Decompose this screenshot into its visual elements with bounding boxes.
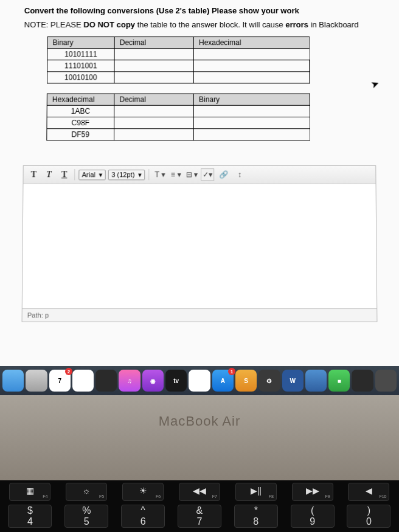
table-row: DF59 [47,129,310,140]
table-hex: Hexadecimal Decimal Binary 1ABC C98F DF5… [46,94,310,141]
table-row: 1ABC [47,105,310,117]
key-6[interactable]: ^6 [121,505,165,528]
key-f4[interactable]: ▦F4 [9,483,50,501]
table-row: 10010100 [47,72,310,83]
dock-icon-appstore[interactable]: A1 [212,370,234,392]
dock-icon-safari[interactable] [189,370,210,392]
dock-icon-finder[interactable] [2,370,24,392]
underline-button[interactable]: T [58,168,71,181]
key-f9[interactable]: ▶▶F9 [292,483,333,501]
editor-textarea[interactable] [23,184,376,308]
font-size-select[interactable]: 3 (12pt) ▾ [108,170,145,180]
text-color-button[interactable]: T ▾ [153,168,167,181]
italic-button[interactable]: T [43,168,55,181]
note-text: NOTE: PLEASE DO NOT copy the table to th… [24,20,375,29]
key-f5[interactable]: ☼F5 [66,483,107,501]
dock-icon-photos[interactable] [72,370,94,392]
instruction-text: Convert the following conversions (Use 2… [24,6,375,15]
key-5[interactable]: %5 [64,505,108,528]
dock-icon-reminders[interactable] [95,370,117,392]
table1-header-binary: Binary [47,37,114,49]
key-f10[interactable]: ◀F10 [348,483,389,501]
badge-icon: 1 [228,368,235,375]
key-f6[interactable]: ☀F6 [122,483,164,501]
key-4[interactable]: $4 [8,505,52,528]
keyboard: ▦F4☼F5☀F6◀◀F7▶||F8▶▶F9◀F10 $4%5^6&7*8(9)… [0,480,399,532]
table2-header-decimal: Decimal [114,94,194,105]
dock-icon-app2[interactable] [375,370,397,392]
key-f8[interactable]: ▶||F8 [235,483,277,501]
attach-button[interactable]: 🔗 [217,168,231,181]
dock-icon-podcasts[interactable]: ◉ [142,370,164,392]
dock-icon-itunes[interactable]: ♫ [119,370,140,392]
dock-icon-mail[interactable]: S [235,370,257,392]
editor-toolbar: T T T Arial ▾ 3 (12pt) ▾ T ▾ ≡ ▾ ⊟ ▾ ✓▾ … [23,166,375,184]
table2-header-hex: Hexadecimal [47,94,114,105]
dock-icon-calendar[interactable]: 72 [49,370,71,392]
table1-header-hex: Hexadecimal [193,37,309,49]
key-0[interactable]: )0 [347,505,390,528]
table-row: 11101001 [47,60,310,72]
editor-path: Path: p [23,308,377,322]
key-f7[interactable]: ◀◀F7 [179,483,220,501]
table-row: C98F [47,117,310,128]
table-row: 10101111 [47,49,310,60]
expand-button[interactable]: ↕ [233,168,246,181]
dock-icon-launchpad[interactable] [26,370,47,392]
bold-button[interactable]: T [27,168,41,181]
table2-header-binary: Binary [193,94,310,105]
laptop-model-text: MacBook Air [0,395,399,429]
font-family-select[interactable]: Arial ▾ [79,170,106,180]
table1-header-decimal: Decimal [114,37,193,49]
key-9[interactable]: (9 [291,505,335,528]
dock-icon-facetime[interactable]: ■ [328,370,350,392]
key-8[interactable]: *8 [234,505,278,528]
macos-dock: 72♫◉tvA1S⚙W■ [0,366,399,395]
dock-icon-app1[interactable] [352,370,373,392]
table-binary: Binary Decimal Hexadecimal 10101111 1110… [47,36,310,83]
bullet-list-button[interactable]: ≡ ▾ [169,168,182,181]
number-list-button[interactable]: ⊟ ▾ [185,168,198,181]
spell-check-button[interactable]: ✓▾ [201,168,214,181]
dock-icon-preview[interactable] [305,370,327,392]
badge-icon: 2 [65,368,72,375]
key-7[interactable]: &7 [178,505,221,528]
laptop-body: MacBook Air [0,395,399,480]
dock-icon-appletv[interactable]: tv [165,370,187,392]
dock-icon-word[interactable]: W [282,370,304,392]
rich-text-editor: T T T Arial ▾ 3 (12pt) ▾ T ▾ ≡ ▾ ⊟ ▾ ✓▾ … [22,165,378,322]
dock-icon-settings[interactable]: ⚙ [258,370,280,392]
